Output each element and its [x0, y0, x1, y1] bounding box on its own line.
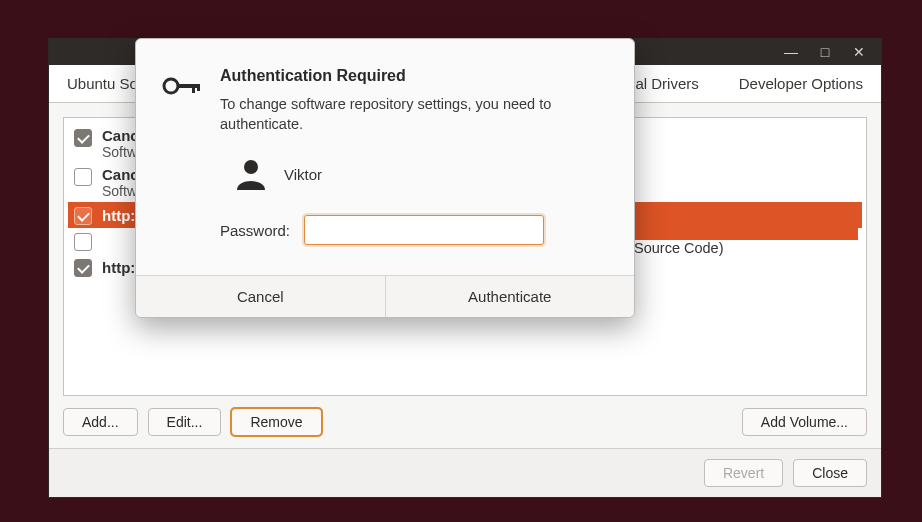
dialog-message: To change software repository settings, … [220, 95, 570, 134]
dialog-user: Viktor [234, 156, 608, 193]
cancel-button[interactable]: Cancel [136, 276, 386, 317]
password-label: Password: [220, 222, 290, 239]
svg-rect-2 [192, 84, 195, 93]
dialog-title: Authentication Required [220, 67, 608, 85]
modal-overlay: Authentication Required To change softwa… [0, 0, 922, 522]
key-icon [162, 67, 210, 245]
dialog-buttons: Cancel Authenticate [136, 275, 634, 317]
svg-rect-3 [197, 84, 200, 91]
svg-point-0 [164, 79, 178, 93]
auth-dialog: Authentication Required To change softwa… [135, 38, 635, 318]
user-icon [234, 156, 268, 193]
password-input[interactable] [304, 215, 544, 245]
svg-point-4 [244, 160, 258, 174]
authenticate-button[interactable]: Authenticate [386, 276, 635, 317]
svg-rect-1 [177, 84, 199, 88]
dialog-username: Viktor [284, 166, 322, 183]
